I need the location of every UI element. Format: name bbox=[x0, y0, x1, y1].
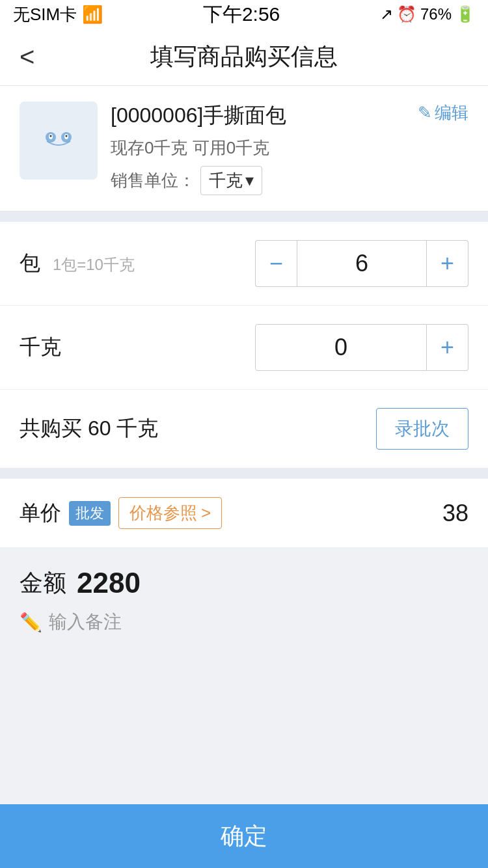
alarm-icon: ⏰ bbox=[397, 5, 416, 23]
wifi-icon: 📶 bbox=[82, 5, 103, 25]
input-section: 包 1包=10千克 − + 千克 + bbox=[0, 222, 488, 390]
amount-label: 金额 bbox=[20, 567, 66, 599]
amount-value: 2280 bbox=[77, 567, 141, 599]
svg-point-5 bbox=[66, 135, 68, 137]
price-ref-button[interactable]: 价格参照 > bbox=[118, 497, 222, 529]
unit-selector[interactable]: 千克 ▾ bbox=[200, 166, 262, 195]
confirm-button[interactable]: 确定 bbox=[0, 804, 488, 868]
status-time: 下午2:56 bbox=[203, 1, 280, 28]
product-card: [0000006]手撕面包 现存0千克 可用0千克 销售单位： 千克 ▾ ✎ 编… bbox=[0, 86, 488, 211]
status-right: ↗ ⏰ 76% 🔋 bbox=[380, 5, 475, 23]
svg-point-4 bbox=[50, 135, 52, 137]
kg-input[interactable] bbox=[255, 324, 427, 371]
package-quantity-control: − + bbox=[255, 240, 468, 287]
product-name: [0000006]手撕面包 bbox=[111, 102, 468, 130]
kg-plus-button[interactable]: + bbox=[427, 324, 468, 371]
package-hint: 1包=10千克 bbox=[53, 256, 135, 273]
nav-bar: < 填写商品购买信息 bbox=[0, 29, 488, 86]
kg-label: 千克 bbox=[20, 333, 255, 362]
package-input[interactable] bbox=[297, 240, 427, 287]
price-value: 38 bbox=[442, 500, 468, 527]
separator-1 bbox=[0, 211, 488, 222]
package-plus-button[interactable]: + bbox=[427, 240, 468, 287]
total-row: 共购买 60 千克 录批次 bbox=[0, 390, 488, 468]
product-thumbnail bbox=[20, 102, 98, 180]
package-label: 包 1包=10千克 bbox=[20, 249, 255, 278]
kg-row: 千克 + bbox=[0, 306, 488, 390]
record-batch-button[interactable]: 录批次 bbox=[376, 408, 468, 450]
back-button[interactable]: < bbox=[13, 36, 41, 78]
remark-icon: ✏️ bbox=[20, 612, 42, 633]
price-section: 单价 批发 价格参照 > 38 bbox=[0, 478, 488, 547]
unit-label: 销售单位： bbox=[111, 169, 195, 192]
carrier-label: 无SIM卡 bbox=[13, 3, 77, 26]
total-unit: 千克 bbox=[116, 416, 158, 440]
location-icon: ↗ bbox=[380, 5, 393, 23]
price-label: 单价 批发 价格参照 > bbox=[20, 497, 222, 529]
price-row: 单价 批发 价格参照 > 38 bbox=[20, 497, 468, 529]
price-tag: 批发 bbox=[69, 501, 111, 526]
package-row: 包 1包=10千克 − + bbox=[0, 222, 488, 306]
kg-quantity-control: + bbox=[255, 324, 468, 371]
remark-placeholder: 输入备注 bbox=[49, 610, 122, 634]
product-info: [0000006]手撕面包 现存0千克 可用0千克 销售单位： 千克 ▾ bbox=[111, 102, 468, 195]
total-amount: 60 bbox=[88, 416, 111, 440]
package-minus-button[interactable]: − bbox=[255, 240, 297, 287]
product-stock: 现存0千克 可用0千克 bbox=[111, 137, 468, 159]
battery-label: 76% bbox=[420, 5, 452, 23]
status-left: 无SIM卡 📶 bbox=[13, 3, 103, 26]
page-title: 填写商品购买信息 bbox=[150, 41, 338, 73]
amount-section: 金额 2280 ✏️ 输入备注 bbox=[0, 547, 488, 647]
status-bar: 无SIM卡 📶 下午2:56 ↗ ⏰ 76% 🔋 bbox=[0, 0, 488, 29]
edit-button[interactable]: ✎ 编辑 bbox=[418, 102, 468, 124]
separator-2 bbox=[0, 468, 488, 478]
battery-icon: 🔋 bbox=[455, 5, 475, 23]
price-ref-arrow: > bbox=[201, 503, 211, 523]
product-unit: 销售单位： 千克 ▾ bbox=[111, 166, 468, 195]
remark-row[interactable]: ✏️ 输入备注 bbox=[20, 610, 468, 634]
total-text: 共购买 60 千克 bbox=[20, 414, 158, 443]
amount-row: 金额 2280 bbox=[20, 567, 468, 599]
